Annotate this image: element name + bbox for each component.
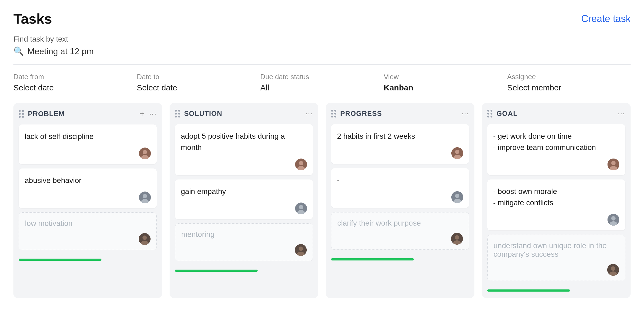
task-card[interactable]: adopt 5 positive habits during a month [175, 124, 313, 175]
avatar [139, 148, 151, 159]
svg-point-31 [611, 216, 616, 221]
filter-due-date-status-value[interactable]: All [260, 83, 384, 92]
column-problem-header: PROBLEM + ··· [19, 109, 157, 118]
column-goal-title: GOAL [496, 109, 518, 118]
scroll-indicator [487, 289, 570, 292]
filter-due-date-status: Due date status All [260, 73, 384, 92]
search-label: Find task by text [13, 35, 631, 43]
avatar-ghost [451, 233, 463, 245]
scroll-indicator [175, 270, 258, 272]
avatar [451, 191, 463, 203]
drag-handle-solution[interactable] [175, 110, 180, 117]
scroll-indicator [331, 258, 414, 260]
task-card[interactable]: - [331, 168, 469, 208]
more-options-problem-button[interactable]: ··· [149, 110, 157, 118]
column-goal: GOAL ··· - get work done on time- improv… [482, 103, 631, 298]
column-goal-header: GOAL ··· [487, 109, 625, 118]
ghost-card-text: understand own unique role in the compan… [493, 241, 619, 259]
avatar [139, 192, 151, 203]
svg-point-10 [299, 161, 303, 165]
search-section: Find task by text 🔍 [13, 35, 631, 56]
column-progress-title: PROGRESS [340, 109, 382, 118]
task-card-text: abusive behavior [25, 175, 151, 186]
filter-date-to-label: Date to [137, 73, 260, 81]
more-options-progress-button[interactable]: ··· [462, 109, 469, 118]
column-problem: PROBLEM + ··· lack of self-discipline [13, 103, 162, 298]
ghost-card-text: clarify their work purpose [337, 219, 463, 227]
svg-point-22 [455, 194, 459, 198]
svg-point-34 [611, 266, 615, 271]
filter-assignee-label: Assignee [507, 73, 631, 81]
task-card-text: lack of self-discipline [25, 131, 151, 142]
filter-assignee-value[interactable]: Select member [507, 83, 631, 92]
drag-handle-problem[interactable] [19, 110, 24, 118]
search-input[interactable] [27, 46, 188, 56]
more-options-goal-button[interactable]: ··· [618, 109, 625, 118]
ghost-card-text: low motivation [25, 219, 151, 228]
column-progress: PROGRESS ··· 2 habits in first 2 weeks [326, 103, 474, 298]
ghost-card: clarify their work purpose [331, 212, 469, 250]
svg-point-28 [611, 161, 616, 165]
more-options-solution-button[interactable]: ··· [305, 109, 313, 118]
avatar-ghost [139, 233, 151, 245]
divider [13, 64, 631, 65]
page-header: Tasks Create task [13, 11, 631, 27]
svg-point-13 [299, 205, 303, 209]
task-card-text: gain empathy [181, 186, 307, 197]
filter-view-label: View [384, 73, 507, 81]
drag-handle-progress[interactable] [331, 110, 336, 117]
task-card[interactable]: - boost own morale- mitigate conflicts [487, 179, 625, 230]
filters-row: Date from Select date Date to Select dat… [13, 70, 631, 92]
column-solution-title: SOLUTION [184, 109, 222, 118]
add-card-problem-button[interactable]: + [140, 109, 145, 118]
svg-point-25 [455, 235, 459, 240]
svg-point-7 [142, 236, 147, 240]
ghost-card: understand own unique role in the compan… [487, 235, 625, 281]
task-card-text: 2 habits in first 2 weeks [337, 131, 463, 142]
create-task-button[interactable]: Create task [581, 13, 631, 24]
ghost-card-text: mentoring [181, 230, 307, 239]
task-card[interactable]: - get work done on time- improve team co… [487, 124, 625, 175]
filter-due-date-status-label: Due date status [260, 73, 384, 81]
svg-point-16 [299, 247, 303, 251]
avatar [608, 159, 619, 170]
svg-point-19 [455, 150, 459, 154]
drag-handle-goal[interactable] [487, 110, 493, 117]
task-card-text: adopt 5 positive habits during a month [181, 131, 307, 153]
avatar [295, 203, 307, 214]
filter-date-to: Date to Select date [137, 73, 260, 92]
task-card-text: - [337, 175, 463, 186]
filter-view-value[interactable]: Kanban [384, 83, 507, 92]
svg-point-1 [143, 150, 147, 154]
task-card-text: - get work done on time- improve team co… [493, 131, 619, 153]
filter-assignee: Assignee Select member [507, 73, 631, 92]
column-progress-header: PROGRESS ··· [331, 109, 469, 118]
search-icon: 🔍 [13, 46, 24, 56]
task-card[interactable]: gain empathy [175, 179, 313, 219]
scroll-indicator [19, 259, 101, 261]
task-card-text: - boost own morale- mitigate conflicts [493, 186, 619, 208]
kanban-board: PROBLEM + ··· lack of self-discipline [13, 103, 631, 298]
page-title: Tasks [13, 11, 52, 27]
filter-date-from: Date from Select date [13, 73, 137, 92]
avatar [295, 159, 307, 170]
avatar-ghost [607, 264, 619, 276]
ghost-card: mentoring [175, 223, 313, 261]
column-solution-header: SOLUTION ··· [175, 109, 313, 118]
avatar [451, 147, 463, 159]
task-card[interactable]: abusive behavior [19, 168, 157, 208]
svg-point-4 [143, 194, 147, 198]
filter-date-to-value[interactable]: Select date [137, 83, 260, 92]
task-card[interactable]: lack of self-discipline [19, 124, 157, 164]
avatar [608, 214, 619, 226]
column-problem-title: PROBLEM [28, 110, 65, 118]
avatar-ghost [295, 244, 307, 256]
column-solution: SOLUTION ··· adopt 5 positive habits dur… [170, 103, 318, 298]
task-card[interactable]: 2 habits in first 2 weeks [331, 124, 469, 164]
ghost-card: low motivation [19, 212, 157, 250]
filter-date-from-value[interactable]: Select date [13, 83, 137, 92]
filter-date-from-label: Date from [13, 73, 137, 81]
filter-view: View Kanban [384, 73, 507, 92]
